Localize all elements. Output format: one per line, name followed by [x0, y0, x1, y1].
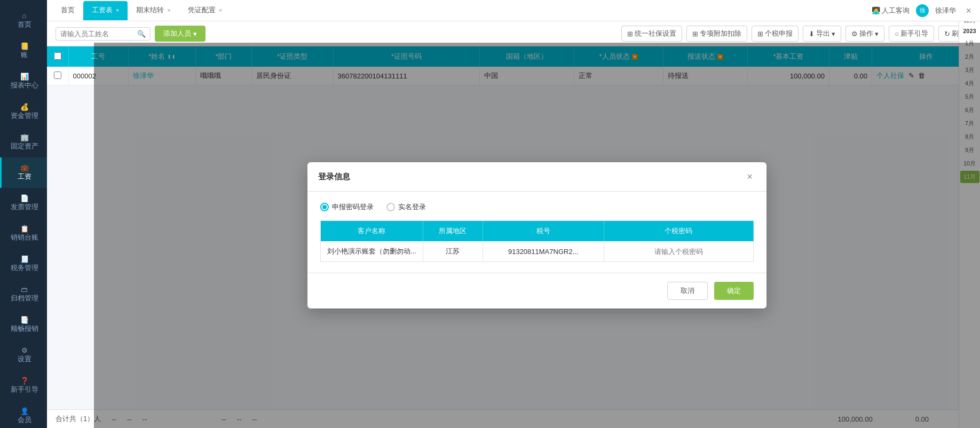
fund-icon: 💰 [4, 103, 45, 111]
topbar-close-btn[interactable]: × [962, 5, 975, 17]
tab-period-carry-close[interactable]: × [167, 7, 170, 13]
archive-icon: 🗃 [4, 286, 45, 294]
tax-icon: 🧾 [4, 255, 45, 263]
sidebar-item-salary[interactable]: 💼 工资 [0, 157, 47, 188]
tab-voucher-config[interactable]: 凭证配置 × [179, 1, 231, 20]
sidebar-item-new-guide[interactable]: ❓ 新手引导 [0, 370, 47, 401]
topbar-right: 🧑‍💻 人工客询 徐 徐泽华 × [872, 4, 975, 17]
sidebar-item-fund-management[interactable]: 💰 资金管理 [0, 97, 47, 127]
guide-icon: ❓ [4, 377, 45, 385]
social-settings-button[interactable]: ⊞ 统一社保设置 [621, 26, 682, 42]
sidebar-item-member[interactable]: 👤 会员 [0, 401, 47, 428]
operations-icon: ⚙ [851, 30, 858, 38]
main-content: 🔍 添加人员 ▾ ⊞ 统一社保设置 ⊞ 专项附加扣除 ⊞ 个税申报 ⬇ 导出 ▾… [47, 21, 980, 428]
smooth-icon: 📑 [4, 316, 45, 324]
special-deduction-button[interactable]: ⊞ 专项附加扣除 [686, 26, 747, 42]
export-icon: ⬇ [809, 30, 815, 38]
operations-arrow-icon: ▾ [875, 30, 879, 38]
row-checkbox[interactable] [54, 72, 61, 79]
modal-body: 申报密码登录 实名登录 客户名称 所属地区 税号 个税密码 [307, 192, 766, 273]
sidebar-item-smooth-sales[interactable]: 📑 顺畅报销 [0, 310, 47, 340]
search-input[interactable] [60, 30, 135, 38]
tab-home[interactable]: 首页 [52, 1, 83, 20]
add-dropdown-icon: ▾ [193, 30, 197, 38]
radio-password-login[interactable]: 申报密码登录 [320, 202, 374, 212]
select-all-checkbox[interactable] [54, 52, 61, 60]
tab-period-carry[interactable]: 期末结转 × [128, 1, 179, 20]
user-name: 徐泽华 [935, 6, 956, 15]
modal-table-row: 刘小艳演示账套（勿删勿动... 江苏 91320811MA7NGR2... [321, 241, 754, 262]
sidebar-item-invoice-management[interactable]: 📄 发票管理 [0, 188, 47, 218]
radio-password-circle [320, 203, 329, 211]
accounting-icon: 📒 [4, 42, 45, 50]
modal-cell-customer-name: 刘小艳演示账套（勿删勿动... [321, 241, 423, 262]
radio-realname-login[interactable]: 实名登录 [386, 202, 426, 212]
new-guide-icon: ○ [895, 30, 899, 38]
login-type-group: 申报密码登录 实名登录 [320, 202, 754, 212]
modal-col-tax-no: 税号 [483, 221, 604, 242]
cancel-button[interactable]: 取消 [667, 282, 708, 300]
tax-report-button[interactable]: ⊞ 个税申报 [752, 26, 799, 42]
export-button[interactable]: ⬇ 导出 ▾ [803, 26, 841, 42]
new-guide-button[interactable]: ○ 新手引导 [889, 26, 934, 42]
tab-salary[interactable]: 工资表 × [83, 1, 128, 20]
modal-header: 登录信息 × [307, 162, 766, 192]
export-arrow-icon: ▾ [832, 30, 835, 38]
sidebar-item-archive-management[interactable]: 🗃 归档管理 [0, 279, 47, 310]
sidebar-item-tax-management[interactable]: 🧾 税务管理 [0, 249, 47, 279]
modal-overlay: 登录信息 × 申报密码登录 实名登录 [94, 43, 980, 428]
sales-icon: 📋 [4, 225, 45, 233]
individual-tax-password-input[interactable] [611, 248, 747, 256]
social-icon: ⊞ [627, 30, 633, 38]
search-box: 🔍 [56, 27, 151, 41]
ai-consult[interactable]: 🧑‍💻 人工客询 [872, 6, 910, 15]
sidebar-item-report-center[interactable]: 📊 报表中心 [0, 66, 47, 97]
modal-footer: 取消 确定 [307, 273, 766, 308]
tab-voucher-config-close[interactable]: × [219, 7, 222, 13]
modal-col-password: 个税密码 [604, 221, 753, 242]
modal-cell-password [604, 241, 753, 262]
modal-title: 登录信息 [318, 172, 350, 182]
search-icon[interactable]: 🔍 [137, 30, 146, 38]
modal-col-region: 所属地区 [423, 221, 483, 242]
sidebar-item-home[interactable]: ⌂ 首页 [0, 5, 47, 36]
add-personnel-button[interactable]: 添加人员 ▾ [155, 26, 206, 42]
ai-icon: 🧑‍💻 [872, 6, 880, 14]
invoice-icon: 📄 [4, 194, 45, 202]
home-icon: ⌂ [4, 12, 45, 20]
refresh-icon: ↻ [944, 30, 950, 38]
operations-button[interactable]: ⚙ 操作 ▾ [845, 26, 884, 42]
sidebar: ⌂ 首页 📒 账 📊 报表中心 💰 资金管理 🏢 固定资产 💼 工资 📄 发票管… [0, 0, 47, 428]
assets-icon: 🏢 [4, 133, 45, 141]
deduction-icon: ⊞ [692, 30, 698, 38]
modal-cell-region: 江苏 [423, 241, 483, 262]
tab-salary-close[interactable]: × [116, 7, 119, 13]
user-avatar: 徐 [916, 4, 929, 17]
member-icon: 👤 [4, 407, 45, 415]
tax-report-icon: ⊞ [757, 30, 763, 38]
radio-realname-circle [386, 203, 395, 211]
topbar: 首页 工资表 × 期末结转 × 凭证配置 × 🧑‍💻 人工客询 徐 徐泽华 × [47, 0, 980, 21]
row-checkbox-cell [47, 67, 68, 85]
sidebar-item-sales-ledger[interactable]: 📋 销销台账 [0, 218, 47, 249]
confirm-button[interactable]: 确定 [714, 282, 754, 300]
modal-close-button[interactable]: × [744, 171, 756, 183]
sidebar-item-fixed-assets[interactable]: 🏢 固定资产 [0, 127, 47, 157]
modal-table-header-row: 客户名称 所属地区 税号 个税密码 [321, 221, 754, 242]
cal-year-2023: 2023 [963, 28, 976, 34]
modal-cell-tax-no: 91320811MA7NGR2... [483, 241, 604, 262]
col-checkbox [47, 46, 68, 67]
sidebar-item-accounting[interactable]: 📒 账 [0, 36, 47, 66]
salary-icon: 💼 [4, 164, 45, 172]
modal-col-customer-name: 客户名称 [321, 221, 423, 242]
settings-icon: ⚙ [4, 346, 45, 354]
modal-data-table: 客户名称 所属地区 税号 个税密码 刘小艳演示账套（勿删勿动... 江苏 913… [320, 220, 754, 262]
report-icon: 📊 [4, 73, 45, 81]
login-modal: 登录信息 × 申报密码登录 实名登录 [307, 162, 766, 308]
sidebar-item-settings[interactable]: ⚙ 设置 [0, 340, 47, 370]
